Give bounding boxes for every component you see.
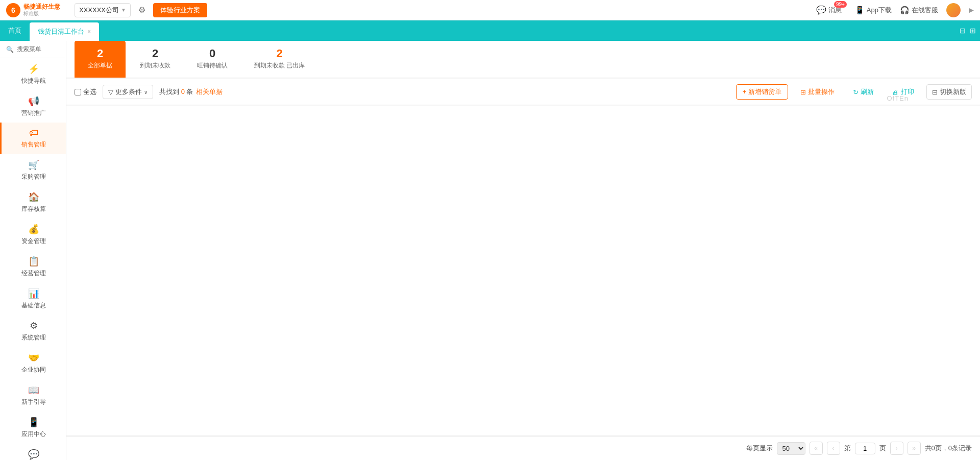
operations-icon: 📋 — [28, 256, 39, 267]
sidebar-item-marketing[interactable]: 📢 营销推广 — [0, 90, 66, 123]
sidebar-label-app-center: 应用中心 — [21, 430, 46, 439]
company-selector[interactable]: XXXXXX公司 ▼ — [75, 3, 131, 17]
company-name: XXXXXX公司 — [79, 6, 119, 15]
stat-num-pending: 0 — [209, 47, 215, 60]
sidebar-label-quick-nav: 快捷导航 — [21, 77, 46, 85]
select-all-checkbox[interactable] — [75, 89, 81, 95]
user-avatar[interactable] — [946, 3, 961, 17]
tab-expand-icon[interactable]: ⊞ — [970, 27, 976, 35]
sidebar-label-enterprise: 企业协同 — [21, 366, 46, 374]
sidebar-label-marketing: 营销推广 — [21, 109, 46, 117]
sidebar-item-weixin[interactable]: 💬 企业微信 — [0, 444, 66, 460]
tab-home-label: 首页 — [8, 26, 21, 35]
app-download-icon: 📱 — [855, 6, 865, 15]
sidebar-item-app-center[interactable]: 📱 应用中心 — [0, 411, 66, 444]
stat-label-overdue: 到期未收款 — [140, 61, 170, 70]
select-all-label[interactable]: 全选 — [75, 87, 96, 96]
logo-text: 畅捷通好生意 标准版 — [23, 3, 60, 16]
sidebar-item-inventory[interactable]: 🏠 库存核算 — [0, 186, 66, 219]
refresh-label: 刷新 — [861, 87, 874, 96]
stat-tab-pending[interactable]: 0 旺铺待确认 — [185, 41, 240, 78]
switch-version-btn[interactable]: ⊟ 切换新版 — [926, 84, 972, 100]
purchase-icon: 🛒 — [28, 159, 39, 171]
tab-bar: 首页 钱货日清工作台 × ⊟ ⊞ — [0, 20, 980, 41]
batch-ops-btn[interactable]: ⊞ 批量操作 — [794, 85, 841, 99]
tab-bar-actions: ⊟ ⊞ — [960, 27, 976, 35]
trial-button[interactable]: 体验行业方案 — [153, 3, 207, 17]
finance-icon: 💰 — [28, 224, 39, 235]
print-btn[interactable]: 🖨 打印 — [886, 85, 920, 99]
company-dropdown-arrow: ▼ — [121, 7, 126, 13]
settings-icon[interactable]: ⚙ — [135, 3, 149, 17]
marketing-icon: 📢 — [28, 95, 39, 107]
found-link[interactable]: 相关单据 — [196, 88, 223, 95]
first-page-btn[interactable]: « — [810, 442, 823, 455]
filter-button[interactable]: ▽ 更多条件 ∨ — [103, 85, 153, 99]
sidebar-search-label: 搜索菜单 — [17, 45, 41, 54]
tab-active-label: 钱货日清工作台 — [38, 27, 84, 36]
found-count: 0 — [181, 88, 185, 95]
user-name-area[interactable]: ▶ — [969, 6, 974, 14]
next-page-btn[interactable]: › — [890, 442, 903, 455]
prev-page-btn[interactable]: ‹ — [827, 442, 840, 455]
filter-arrow: ∨ — [144, 89, 148, 95]
sidebar-item-system[interactable]: ⚙ 系统管理 — [0, 315, 66, 347]
app-center-icon: 📱 — [28, 417, 39, 428]
total-records: 共0页，0条记录 — [925, 444, 972, 453]
online-service-label: 在线客服 — [912, 6, 938, 15]
sidebar-item-finance[interactable]: 💰 资金管理 — [0, 219, 66, 251]
sidebar: 🔍 搜索菜单 ⚡ 快捷导航 📢 营销推广 🏷 销售管理 🛒 采购管理 🏠 库存核… — [0, 41, 66, 460]
message-icon: 💬 — [816, 5, 826, 15]
toolbar-left: 全选 ▽ 更多条件 ∨ 共找到 0 条 相关单据 — [75, 85, 223, 99]
add-sales-label: + 新增销货单 — [743, 87, 781, 96]
switch-icon: ⊟ — [932, 88, 938, 96]
sidebar-label-finance: 资金管理 — [21, 237, 46, 246]
batch-icon: ⊞ — [800, 88, 806, 96]
filter-icon: ▽ — [108, 88, 113, 96]
messages-action[interactable]: 💬 消息 99+ — [816, 5, 842, 15]
online-service-action[interactable]: 🎧 在线客服 — [900, 6, 938, 15]
toolbar-right: + 新增销货单 ⊞ 批量操作 ↻ 刷新 🖨 打印 ⊟ 切换新版 — [736, 84, 972, 100]
refresh-btn[interactable]: ↻ 刷新 — [847, 85, 880, 99]
stat-label-all: 全部单据 — [88, 61, 112, 70]
tab-minimize-icon[interactable]: ⊟ — [960, 27, 966, 35]
tab-active[interactable]: 钱货日清工作台 × — [30, 22, 99, 41]
stat-tab-overdue[interactable]: 2 到期未收款 — [128, 41, 183, 78]
sidebar-item-enterprise[interactable]: 🤝 企业协同 — [0, 347, 66, 379]
stat-tab-all[interactable]: 2 全部单据 — [75, 41, 126, 78]
add-sales-btn[interactable]: + 新增销货单 — [736, 84, 788, 100]
sidebar-item-quick-nav[interactable]: ⚡ 快捷导航 — [0, 58, 66, 90]
app-download-label: App下载 — [867, 6, 892, 15]
tab-close-icon[interactable]: × — [87, 28, 91, 35]
header-left: 6 畅捷通好生意 标准版 XXXXXX公司 ▼ ⚙ 体验行业方案 — [6, 3, 207, 17]
tab-home[interactable]: 首页 — [0, 20, 30, 41]
logo-area: 6 畅捷通好生意 标准版 — [6, 3, 60, 17]
current-page-input[interactable]: 1 — [855, 443, 875, 454]
search-icon: 🔍 — [6, 46, 14, 53]
messages-badge: 99+ — [834, 1, 847, 8]
app-download-action[interactable]: 📱 App下载 — [855, 6, 892, 15]
sidebar-item-purchase[interactable]: 🛒 采购管理 — [0, 154, 66, 186]
enterprise-icon: 🤝 — [28, 352, 39, 364]
sidebar-item-operations[interactable]: 📋 经营管理 — [0, 251, 66, 283]
page-size-select[interactable]: 50 100 — [777, 442, 805, 455]
sidebar-search[interactable]: 🔍 搜索菜单 — [0, 41, 66, 58]
sidebar-item-basic-info[interactable]: 📊 基础信息 — [0, 283, 66, 315]
sidebar-item-guide[interactable]: 📖 新手引导 — [0, 379, 66, 411]
switch-label: 切换新版 — [940, 87, 966, 96]
stat-label-pending: 旺铺待确认 — [197, 61, 228, 70]
found-text: 共找到 0 条 相关单据 — [159, 87, 223, 96]
stat-tab-shipped[interactable]: 2 到期未收款 已出库 — [242, 41, 317, 78]
print-label: 打印 — [901, 87, 914, 96]
sidebar-label-inventory: 库存核算 — [21, 205, 46, 213]
basic-info-icon: 📊 — [28, 288, 39, 299]
header-right: 💬 消息 99+ 📱 App下载 🎧 在线客服 ▶ — [816, 3, 974, 17]
pagination-bar: 每页显示 50 100 « ‹ 第 1 页 › » 共0页，0条记录 — [66, 436, 980, 460]
logo-sub-text: 标准版 — [23, 11, 60, 17]
sidebar-label-sales: 销售管理 — [21, 140, 46, 149]
sidebar-label-purchase: 采购管理 — [21, 173, 46, 181]
sidebar-item-sales[interactable]: 🏷 销售管理 — [0, 123, 66, 154]
inventory-icon: 🏠 — [28, 191, 39, 203]
logo-main-text: 畅捷通好生意 — [23, 3, 60, 10]
last-page-btn[interactable]: » — [908, 442, 921, 455]
